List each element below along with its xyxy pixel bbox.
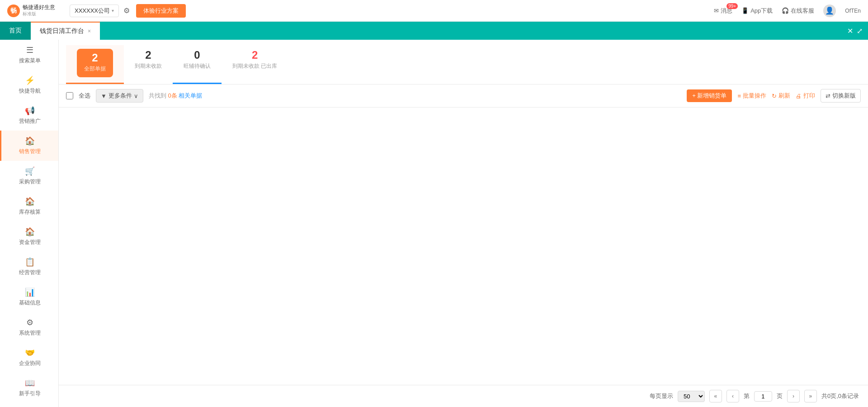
switch-label: 切换新版 xyxy=(832,92,856,100)
per-page-select[interactable]: 50 100 200 xyxy=(678,391,705,402)
refresh-label: 刷新 xyxy=(778,92,790,100)
sidebar-item-sales[interactable]: 🏠 销售管理 xyxy=(0,131,58,161)
stat-tab-overdue[interactable]: 2 到期未收款 xyxy=(124,45,173,84)
window-close-icon[interactable]: ✕ xyxy=(847,27,853,35)
avatar-icon: 👤 xyxy=(825,6,834,15)
stat-label-all: 全部单据 xyxy=(84,65,106,73)
found-prefix: 共找到 xyxy=(149,92,166,99)
sidebar-item-purchase[interactable]: 🛒 采购管理 xyxy=(0,161,58,191)
sidebar-label-enterprise: 企业协同 xyxy=(19,360,41,367)
next-page-button[interactable]: › xyxy=(787,390,800,402)
logo-text: 畅捷通好生意 xyxy=(23,4,55,11)
sales-icon: 🏠 xyxy=(25,136,35,146)
table-area xyxy=(59,108,868,385)
avatar[interactable]: 👤 xyxy=(823,5,836,17)
related-link[interactable]: 相关单据 xyxy=(179,92,202,99)
stat-tab-all[interactable]: 2 全部单据 xyxy=(66,45,124,84)
tab-cash-flow[interactable]: 钱货日清工作台 × xyxy=(31,22,100,40)
company-selector[interactable]: XXXXXX公司 ▾ xyxy=(70,5,119,17)
sidebar-item-marketing[interactable]: 📢 营销推广 xyxy=(0,100,58,131)
nav-tabs: 首页 钱货日清工作台 × ✕ ⤢ xyxy=(0,22,868,40)
content-area: 2 全部单据 2 到期未收款 0 旺辅待确认 2 到期未收款 已出库 全选 xyxy=(59,40,868,407)
stat-tab-overdue-out[interactable]: 2 到期未收款 已出库 xyxy=(222,45,288,84)
tab-cash-flow-label: 钱货日清工作台 xyxy=(40,27,84,35)
settings-icon[interactable]: ⚙ xyxy=(123,6,130,15)
select-all-label: 全选 xyxy=(79,92,90,100)
filter-button[interactable]: ▼ 更多条件 ∨ xyxy=(96,89,143,103)
print-icon: 🖨 xyxy=(796,93,802,99)
toolbar: 全选 ▼ 更多条件 ∨ 共找到 0条 相关单据 + 新增销货单 ≡ 批量操作 ↻ xyxy=(59,84,868,108)
stat-label-pending: 旺辅待确认 xyxy=(184,62,211,70)
sidebar-label-guide: 新手引导 xyxy=(19,390,41,398)
sidebar-item-search-menu[interactable]: ☰ 搜索菜单 xyxy=(0,40,58,70)
stat-num-pending: 0 xyxy=(194,49,200,61)
sidebar-item-operations[interactable]: 📋 经营管理 xyxy=(0,252,58,282)
window-expand-icon[interactable]: ⤢ xyxy=(857,27,863,35)
print-button[interactable]: 🖨 打印 xyxy=(796,92,815,100)
main-layout: ☰ 搜索菜单 ⚡ 快捷导航 📢 营销推广 🏠 销售管理 🛒 采购管理 🏠 库存核… xyxy=(0,40,868,407)
stat-tab-pending[interactable]: 0 旺辅待确认 xyxy=(173,45,222,84)
sidebar-label-operations: 经营管理 xyxy=(19,269,41,276)
message-badge: 99+ xyxy=(726,3,738,9)
total-info: 共0页,0条记录 xyxy=(821,392,859,400)
enterprise-icon: 🤝 xyxy=(25,348,35,358)
prev-page-button[interactable]: ‹ xyxy=(726,390,739,402)
sidebar-item-enterprise[interactable]: 🤝 企业协同 xyxy=(0,342,58,373)
refresh-icon: ↻ xyxy=(772,93,777,99)
per-page-label: 每页显示 xyxy=(650,392,673,400)
batch-label: 批量操作 xyxy=(743,92,766,100)
purchase-icon: 🛒 xyxy=(25,166,35,176)
message-item[interactable]: ✉ 消息 99+ xyxy=(714,7,732,15)
sidebar-item-sys-mgmt[interactable]: ⚙ 系统管理 xyxy=(0,312,58,342)
sidebar-label-marketing: 营销推广 xyxy=(19,117,41,125)
sidebar-label-sys-mgmt: 系统管理 xyxy=(19,329,41,337)
sidebar-item-quick-nav[interactable]: ⚡ 快捷导航 xyxy=(0,70,58,100)
top-right-area: ✉ 消息 99+ 📱 App下载 🎧 在线客服 👤 OfTEn xyxy=(714,5,861,17)
sidebar-item-app-center[interactable]: 📦 应用中心 xyxy=(0,403,58,407)
add-sales-button[interactable]: + 新增销货单 xyxy=(687,89,732,102)
batch-action-button[interactable]: ≡ 批量操作 xyxy=(737,92,766,100)
search-menu-icon: ☰ xyxy=(26,45,33,55)
top-bar: 畅 畅捷通好生意 标准版 XXXXXX公司 ▾ ⚙ 体验行业方案 ✉ 消息 99… xyxy=(0,0,868,22)
marketing-icon: 📢 xyxy=(25,106,35,116)
stat-num-overdue-out: 2 xyxy=(252,49,258,61)
sidebar-item-finance[interactable]: 🏠 资金管理 xyxy=(0,221,58,252)
sidebar-label-finance: 资金管理 xyxy=(19,239,41,246)
logo-sub: 标准版 xyxy=(23,11,55,17)
app-download-item[interactable]: 📱 App下载 xyxy=(741,7,773,15)
stats-tabs: 2 全部单据 2 到期未收款 0 旺辅待确认 2 到期未收款 已出库 xyxy=(59,40,868,84)
online-service-label: 在线客服 xyxy=(791,7,814,15)
inventory-icon: 🏠 xyxy=(25,196,35,206)
trial-button[interactable]: 体验行业方案 xyxy=(136,4,186,18)
nav-right-controls: ✕ ⤢ xyxy=(847,27,868,35)
tab-close-icon[interactable]: × xyxy=(88,28,91,34)
avatar-name[interactable]: OfTEn xyxy=(845,8,861,14)
stat-label-overdue: 到期未收款 xyxy=(135,62,162,70)
logo-icon: 畅 xyxy=(7,5,20,17)
online-service-item[interactable]: 🎧 在线客服 xyxy=(782,7,814,15)
sidebar-item-guide[interactable]: 📖 新手引导 xyxy=(0,373,58,403)
logo-text-block: 畅捷通好生意 标准版 xyxy=(23,4,55,18)
switch-version-button[interactable]: ⇄ 切换新版 xyxy=(821,89,861,103)
dropdown-arrow-icon: ▾ xyxy=(112,8,114,13)
sidebar-label-base-info: 基础信息 xyxy=(19,299,41,307)
tab-home[interactable]: 首页 xyxy=(0,22,31,40)
pagination-bar: 每页显示 50 100 200 « ‹ 第 页 › » 共0页,0条记录 xyxy=(59,385,868,407)
refresh-button[interactable]: ↻ 刷新 xyxy=(772,92,790,100)
sidebar-item-base-info[interactable]: 📊 基础信息 xyxy=(0,282,58,312)
sidebar-label-purchase: 采购管理 xyxy=(19,178,41,186)
app-download-label: App下载 xyxy=(750,7,773,15)
last-page-button[interactable]: » xyxy=(804,390,817,402)
sidebar: ☰ 搜索菜单 ⚡ 快捷导航 📢 营销推广 🏠 销售管理 🛒 采购管理 🏠 库存核… xyxy=(0,40,59,407)
tab-home-label: 首页 xyxy=(9,27,22,35)
logo-area: 畅 畅捷通好生意 标准版 xyxy=(7,4,66,18)
sidebar-item-inventory[interactable]: 🏠 库存核算 xyxy=(0,191,58,221)
sidebar-label-search-menu: 搜索菜单 xyxy=(19,57,41,65)
app-icon: 📱 xyxy=(741,7,749,14)
sidebar-label-quick-nav: 快捷导航 xyxy=(19,87,41,95)
operations-icon: 📋 xyxy=(25,257,35,267)
page-input[interactable] xyxy=(754,391,772,402)
select-all-checkbox[interactable] xyxy=(66,92,73,99)
sidebar-label-inventory: 库存核算 xyxy=(19,208,41,216)
first-page-button[interactable]: « xyxy=(709,390,722,402)
